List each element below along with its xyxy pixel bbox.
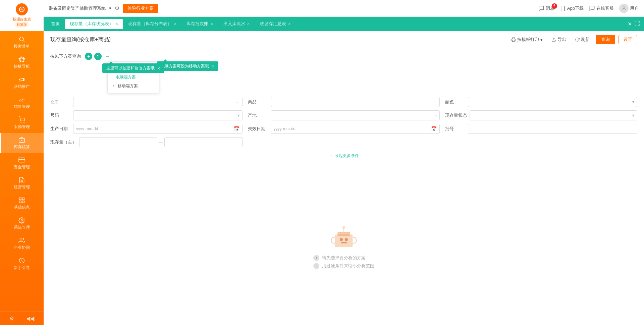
sidebar-item-quick-nav[interactable]: 快捷导航 — [0, 53, 44, 73]
tab-home[interactable]: 首页 — [46, 19, 64, 29]
origin-select[interactable]: ··· — [271, 110, 440, 120]
tab-inventory-dist[interactable]: 现存量（库存分布表） × — [123, 19, 181, 29]
header-right: 消息 6 App下载 在线客服 用户 — [538, 4, 639, 13]
sidebar-bottom: ⚙ ◀◀ — [0, 312, 44, 325]
tooltip-scheme-close[interactable]: × — [212, 64, 214, 69]
settings-icon[interactable]: ⚙ — [115, 5, 119, 11]
collapse-bar[interactable]: 收起更多条件 — [50, 150, 637, 160]
tab-close-inventory-status[interactable]: × — [115, 21, 118, 26]
tab-receive-summary[interactable]: 收发存汇总表 × — [255, 19, 296, 29]
goods-ellipsis[interactable]: ··· — [432, 99, 437, 105]
page-actions: 按模板打印 ▾ 导出 刷新 查询 设置 — [508, 35, 637, 44]
tab-inventory-status[interactable]: 现存量（库存状况表） × — [65, 19, 123, 29]
filter-cell-warehouse: 仓库 ··· — [50, 97, 243, 107]
settings-btn[interactable]: 设置 — [619, 35, 637, 44]
svg-point-31 — [340, 238, 343, 241]
collapse-label: 收起更多条件 — [335, 153, 359, 159]
sidebar-item-enterprise[interactable]: 企业协同 — [0, 234, 44, 254]
trial-btn[interactable]: 体验行业方案 — [123, 4, 158, 13]
back-scheme-btn[interactable]: ← — [104, 53, 111, 60]
filter-grid-row4: 现存量（主） — — [50, 137, 637, 147]
sidebar-settings-icon[interactable]: ⚙ — [9, 315, 14, 322]
filter-cell-stock-status: 现存量状态 ▾ — [445, 110, 637, 120]
sidebar-item-finance[interactable]: 资金管理 — [0, 153, 44, 173]
print-btn[interactable]: 按模板打印 ▾ — [508, 35, 545, 44]
expire-date-label: 失效日期 — [248, 126, 268, 132]
system-dropdown[interactable]: ▾ — [109, 6, 111, 11]
header-left: 装备及固定资产辅助管理系统 ▾ ⚙ 体验行业方案 — [49, 4, 158, 13]
sidebar-item-sales[interactable]: 销售管理 — [0, 93, 44, 113]
sidebar-item-system[interactable]: 系统管理 — [0, 214, 44, 234]
stock-main-min[interactable] — [79, 137, 157, 147]
tab-fullscreen-icon[interactable]: ⛶ — [635, 21, 640, 27]
range-dash: — — [159, 140, 163, 145]
export-label: 导出 — [557, 37, 566, 43]
filter-cell-color: 颜色 ▾ — [445, 97, 637, 107]
stock-main-label: 现存量（主） — [50, 139, 76, 145]
expire-date-input[interactable]: yyyy-mm-dd 📅 — [271, 124, 440, 134]
online-support-label: 在线客服 — [596, 5, 614, 11]
sidebar-item-marketing[interactable]: 营销推广 — [0, 73, 44, 93]
stock-status-label: 现存量状态 — [445, 112, 467, 118]
system-name: 装备及固定资产辅助管理系统 — [49, 5, 106, 11]
sidebar-item-basic-info[interactable]: 基础信息 — [0, 194, 44, 214]
size-select[interactable]: ▾ — [73, 110, 243, 120]
messages-action[interactable]: 消息 6 — [538, 5, 554, 11]
refresh-scheme-btn[interactable]: ↻ — [94, 53, 102, 60]
scheme-item-desktop[interactable]: 电脑端方案 — [108, 73, 159, 82]
stock-main-max[interactable] — [164, 137, 243, 147]
tab-close-all-icon[interactable]: ✕ — [628, 21, 632, 27]
goods-select[interactable]: ··· — [271, 97, 440, 107]
tooltip-scheme2-close[interactable]: × — [157, 66, 160, 71]
print-chevron: ▾ — [540, 37, 543, 42]
tab-close-batch-account[interactable]: × — [210, 21, 213, 26]
warehouse-label: 仓库 — [50, 99, 70, 105]
refresh-btn[interactable]: 刷新 — [572, 35, 592, 44]
logo-icon — [16, 3, 28, 15]
tooltip-scheme: 电脑方案可设为移动方案哦 × — [157, 61, 218, 71]
svg-point-32 — [345, 238, 348, 241]
prod-date-calendar-icon[interactable]: 📅 — [234, 126, 239, 131]
tab-inout-flow[interactable]: 出入库流水 × — [219, 19, 255, 29]
export-btn[interactable]: 导出 — [549, 35, 569, 44]
user-action[interactable]: 用户 — [619, 4, 639, 13]
filter-grid-row3: 生产日期 yyyy-mm-dd 📅 失效日期 yyyy-mm-dd 📅 — [50, 124, 637, 134]
origin-label: 产地 — [248, 112, 268, 118]
sidebar-item-operations[interactable]: 经营管理 — [0, 173, 44, 194]
svg-rect-20 — [22, 201, 24, 203]
logo-area: 畅通好生意 标准版 — [0, 0, 44, 31]
scheme-group-mobile[interactable]: 移动端方案 — [108, 82, 159, 90]
query-btn[interactable]: 查询 — [596, 35, 615, 44]
messages-badge: 6 — [552, 3, 557, 9]
filter-grid-row1: 仓库 ··· 商品 ··· — [50, 97, 637, 107]
logo-text: 畅通好生意 — [13, 17, 31, 21]
sidebar-item-purchase[interactable]: 采购管理 — [0, 113, 44, 133]
svg-rect-18 — [22, 198, 24, 200]
svg-point-26 — [623, 6, 625, 8]
tab-close-inout-flow[interactable]: × — [247, 21, 250, 26]
filter-row-scheme: 按以下方案查询 + ↻ ← 电脑端方案 电脑端方案 — [50, 51, 637, 61]
step-text-1: 请先选择要分析的方案 — [322, 255, 366, 261]
online-support-action[interactable]: 在线客服 — [589, 5, 614, 11]
svg-point-1 — [19, 37, 23, 41]
sidebar-item-search[interactable]: 搜索菜单 — [0, 33, 44, 53]
expire-date-calendar-icon[interactable]: 📅 — [431, 126, 437, 131]
batch-input[interactable] — [468, 124, 637, 134]
tooltip-scheme2: 这里可以创建和修改方案哦 × — [102, 63, 164, 73]
svg-point-8 — [21, 122, 21, 123]
sidebar-item-inventory[interactable]: 库存核算 — [0, 133, 44, 153]
app-download-action[interactable]: App下载 — [560, 5, 584, 11]
sidebar-collapse-icon[interactable]: ◀◀ — [26, 315, 34, 322]
step-num-1: 1 — [313, 255, 319, 261]
prod-date-input[interactable]: yyyy-mm-dd 📅 — [73, 124, 243, 134]
color-select[interactable]: ▾ — [468, 97, 637, 107]
stock-status-select[interactable]: ▾ — [470, 110, 637, 120]
warehouse-select[interactable]: ··· — [73, 97, 243, 107]
sidebar-item-guide[interactable]: 新手引导 — [0, 254, 44, 274]
svg-rect-27 — [513, 40, 515, 42]
tab-batch-account[interactable]: 库存批次账 × — [182, 19, 218, 29]
tab-close-receive-summary[interactable]: × — [288, 21, 291, 26]
tab-close-inventory-dist[interactable]: × — [174, 21, 176, 26]
main-area: 装备及固定资产辅助管理系统 ▾ ⚙ 体验行业方案 消息 6 App下载 在线客服 — [44, 0, 644, 325]
add-scheme-btn[interactable]: + — [85, 53, 92, 60]
